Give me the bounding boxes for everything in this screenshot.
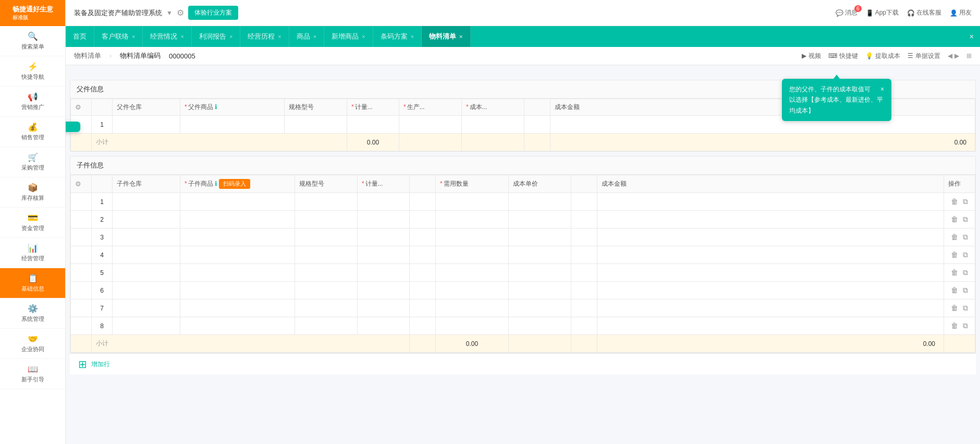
nav-tab-7[interactable]: 条码方案× — [373, 26, 422, 47]
delete-icon-2[interactable]: 🗑 — [951, 215, 958, 223]
child-qty-cell-3[interactable] — [436, 229, 509, 246]
breadcrumb-item-2[interactable]: 物料清单编码 — [120, 51, 161, 61]
child-warehouse-cell-4[interactable] — [113, 246, 180, 264]
child-spec-cell-7[interactable] — [295, 299, 358, 317]
child-product-info-icon[interactable]: ℹ — [215, 180, 217, 187]
delete-icon-5[interactable]: 🗑 — [951, 268, 958, 277]
child-warehouse-cell-8[interactable] — [113, 317, 180, 335]
nav-tab-close-8[interactable]: × — [459, 33, 462, 40]
delete-icon-4[interactable]: 🗑 — [951, 250, 958, 259]
child-warehouse-cell-3[interactable] — [113, 229, 180, 246]
copy-icon-4[interactable]: ⧉ — [963, 250, 968, 259]
child-qty-cell-1[interactable] — [436, 193, 509, 211]
settings-doc-btn[interactable]: ☰ 单据设置 — [908, 52, 940, 61]
sidebar-item-search[interactable]: 🔍搜索菜单 — [0, 26, 65, 56]
sidebar-item-operations[interactable]: 📊经营管理 — [0, 238, 65, 268]
sidebar-item-finance[interactable]: 💳资金管理 — [0, 208, 65, 238]
sidebar-item-guide[interactable]: 📖新手引导 — [0, 359, 65, 389]
child-unit-cell-2[interactable] — [358, 211, 410, 229]
child-product-cell-7[interactable] — [180, 299, 295, 317]
nav-tab-close-6[interactable]: × — [362, 33, 365, 40]
nav-tab-8[interactable]: 物料清单× — [422, 26, 470, 47]
nav-tab-close-1[interactable]: × — [132, 33, 135, 40]
copy-icon-3[interactable]: ⧉ — [963, 233, 968, 241]
dropdown-icon[interactable]: ▼ — [166, 9, 173, 17]
child-product-cell-1[interactable] — [180, 193, 295, 211]
copy-icon-8[interactable]: ⧉ — [963, 321, 968, 330]
nav-tab-0[interactable]: 首页 — [66, 26, 94, 47]
nav-tab-1[interactable]: 客户联络× — [94, 26, 143, 47]
child-product-cell-5[interactable] — [180, 264, 295, 282]
delete-icon-1[interactable]: 🗑 — [951, 197, 958, 206]
message-btn[interactable]: 💬 消息 6 — [836, 8, 858, 17]
child-unit-cell-3[interactable] — [358, 229, 410, 246]
nav-tab-5[interactable]: 商品× — [289, 26, 324, 47]
copy-icon-6[interactable]: ⧉ — [963, 286, 968, 294]
child-unit-cost-cell-3[interactable] — [509, 229, 571, 246]
copy-icon-5[interactable]: ⧉ — [963, 268, 968, 277]
copy-icon-7[interactable]: ⧉ — [963, 304, 968, 312]
nav-tab-close-4[interactable]: × — [278, 33, 281, 40]
sidebar-item-sales[interactable]: 💰销售管理 — [0, 117, 65, 147]
child-product-cell-8[interactable] — [180, 317, 295, 335]
child-unit-cost-cell-7[interactable] — [509, 299, 571, 317]
parent-unit-cell[interactable] — [347, 116, 399, 134]
nav-tab-close-5[interactable]: × — [313, 33, 316, 40]
experience-btn[interactable]: 体验行业方案 — [188, 6, 238, 20]
child-unit-cost-cell-8[interactable] — [509, 317, 571, 335]
nav-tab-close-2[interactable]: × — [180, 33, 183, 40]
child-unit-cost-cell-1[interactable] — [509, 193, 571, 211]
child-warehouse-cell-1[interactable] — [113, 193, 180, 211]
child-unit-cell-4[interactable] — [358, 246, 410, 264]
tooltip-close-btn[interactable]: × — [880, 84, 884, 94]
app-download-btn[interactable]: 📱 App下载 — [866, 8, 899, 17]
child-spec-cell-6[interactable] — [295, 282, 358, 299]
copy-icon-2[interactable]: ⧉ — [963, 215, 968, 223]
child-qty-cell-2[interactable] — [436, 211, 509, 229]
child-spec-cell-3[interactable] — [295, 229, 358, 246]
user-menu-btn[interactable]: 👤 用友 — [950, 8, 972, 17]
child-spec-cell-2[interactable] — [295, 211, 358, 229]
nav-tab-close-3[interactable]: × — [229, 33, 232, 40]
nav-tab-3[interactable]: 利润报告× — [192, 26, 240, 47]
parent-gear-icon[interactable]: ⚙ — [75, 103, 81, 111]
child-warehouse-cell-6[interactable] — [113, 282, 180, 299]
nav-tab-6[interactable]: 新增商品× — [324, 26, 373, 47]
child-product-cell-3[interactable] — [180, 229, 295, 246]
child-warehouse-cell-2[interactable] — [113, 211, 180, 229]
parent-cost-cell[interactable] — [462, 116, 524, 134]
sidebar-item-marketing[interactable]: 📢营销推广 — [0, 87, 65, 117]
parent-product-cell[interactable] — [180, 116, 285, 134]
nav-close-all-btn[interactable]: × — [963, 32, 980, 41]
nav-tab-2[interactable]: 经营情况× — [143, 26, 191, 47]
child-unit-cell-5[interactable] — [358, 264, 410, 282]
sidebar-item-basic-info[interactable]: 📋基础信息 — [0, 268, 65, 298]
sidebar-item-inventory[interactable]: 📦库存核算 — [0, 177, 65, 208]
child-unit-cost-cell-5[interactable] — [509, 264, 571, 282]
add-row-label[interactable]: 增加行 — [91, 360, 110, 369]
child-spec-cell-8[interactable] — [295, 317, 358, 335]
shortcut-btn[interactable]: ⌨ 快捷键 — [828, 52, 858, 61]
child-spec-cell-4[interactable] — [295, 246, 358, 264]
child-unit-cell-1[interactable] — [358, 193, 410, 211]
child-qty-cell-7[interactable] — [436, 299, 509, 317]
child-unit-cell-6[interactable] — [358, 282, 410, 299]
child-unit-cell-7[interactable] — [358, 299, 410, 317]
child-qty-cell-6[interactable] — [436, 282, 509, 299]
sidebar-item-enterprise[interactable]: 🤝企业协同 — [0, 329, 65, 359]
child-spec-cell-1[interactable] — [295, 193, 358, 211]
child-spec-cell-5[interactable] — [295, 264, 358, 282]
parent-produce-cell[interactable] — [399, 116, 462, 134]
child-qty-cell-8[interactable] — [436, 317, 509, 335]
sidebar-item-quick-nav[interactable]: ⚡快捷导航 — [0, 56, 65, 87]
delete-icon-3[interactable]: 🗑 — [951, 233, 958, 241]
child-unit-cost-cell-4[interactable] — [509, 246, 571, 264]
parent-spec-cell[interactable] — [285, 116, 347, 134]
sidebar-item-purchase[interactable]: 🛒采购管理 — [0, 147, 65, 177]
breadcrumb-item-1[interactable]: 物料清单 — [74, 51, 101, 61]
parent-warehouse-cell[interactable] — [113, 116, 180, 134]
settings-icon[interactable]: ⚙ — [177, 8, 184, 18]
child-product-cell-2[interactable] — [180, 211, 295, 229]
nav-tab-4[interactable]: 经营历程× — [240, 26, 289, 47]
scan-btn[interactable]: 扫码录入 — [219, 179, 250, 189]
